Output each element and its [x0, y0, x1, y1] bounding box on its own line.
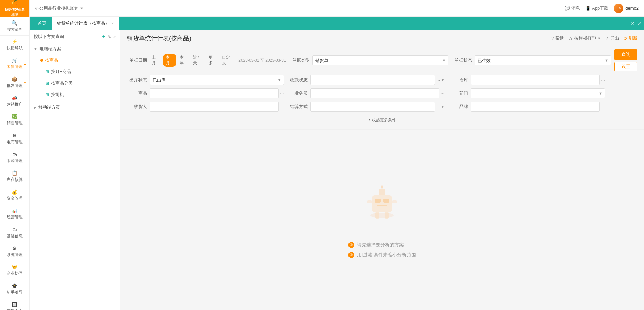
filter-area: 单据日期 上月 本月 本年 近7天 更多 自定义 2023-03-01 至 20… — [120, 45, 644, 130]
marketing-label: 营销推广 — [7, 102, 23, 107]
payment-arrow[interactable]: ▼ — [441, 105, 444, 109]
out-status-select[interactable]: 已出库 — [150, 75, 284, 85]
user-area[interactable]: Ea demo2 — [614, 4, 639, 13]
user-avatar: Ea — [614, 4, 623, 13]
sidebar-item-inventory[interactable]: 📋 库存核算 — [0, 167, 29, 186]
date-btn-last-month[interactable]: 上月 — [150, 54, 162, 67]
sidebar-item-wholesale[interactable]: 📦 批发管理 — [0, 73, 29, 92]
recv-status-arrow[interactable]: ▼ — [441, 78, 444, 82]
scheme-collapse-button[interactable]: « — [113, 34, 116, 39]
scheme-edit-button[interactable]: ✎ — [107, 34, 111, 39]
sidebar-item-newbie[interactable]: 🎓 新手引导 — [0, 280, 29, 299]
search-menu[interactable]: 🔍 搜索菜单 — [0, 17, 29, 36]
filter-row-1: 单据日期 上月 本月 本年 近7天 更多 自定义 2023-03-01 至 20… — [127, 49, 637, 71]
print-arrow: ▼ — [597, 36, 601, 40]
sidebar-item-ecommerce[interactable]: 🖥 电商管理 — [0, 130, 29, 148]
logo-subtitle: 标版 — [11, 13, 18, 17]
brand-input[interactable] — [471, 102, 600, 112]
page-title-bar: 销货单统计计表(按商品) ? 帮助 🖨 按模板打印 ▼ ↗ 导出 — [120, 30, 644, 45]
export-button[interactable]: ↗ 导出 — [605, 35, 619, 41]
svg-point-0 — [370, 213, 394, 218]
purchase-icon: 🛍 — [12, 152, 17, 157]
tree-item-by-goods-category-label: 按商品分类 — [51, 80, 73, 86]
tree-item-by-month-goods[interactable]: ⊞ 按月+商品 — [30, 66, 120, 78]
date-btn-7days[interactable]: 近7天 — [191, 54, 205, 67]
tab-report-close[interactable]: × — [111, 21, 114, 26]
sidebar-item-operations[interactable]: 📊 经营管理 — [0, 205, 29, 223]
brand-dots[interactable]: ··· — [601, 104, 605, 109]
retail-label: 零售管理 — [7, 64, 23, 70]
payment-label: 结算方式 — [287, 104, 308, 110]
sidebar-item-finance[interactable]: 💰 资金管理 — [0, 186, 29, 205]
sidebar-item-quick-nav[interactable]: ⚡ 快捷导航 — [0, 36, 29, 54]
app-download-button[interactable]: 📱 App下载 — [585, 5, 608, 11]
query-button[interactable]: 查询 — [614, 49, 637, 60]
sidebar-item-purchase[interactable]: 🛍 采购管理 — [0, 148, 29, 167]
tab-report[interactable]: 销货单统计计表（按商品） × — [52, 17, 119, 30]
brand-label: 品牌 — [448, 104, 468, 110]
date-btn-more[interactable]: 更多 — [207, 54, 219, 67]
svg-rect-2 — [375, 199, 381, 203]
filter-row-3: 商品 ··· 业务员 ··· 部门 — [127, 88, 637, 98]
topbar-dropdown-arrow[interactable]: ▼ — [80, 6, 84, 10]
tab-home[interactable]: 首页 — [32, 17, 52, 30]
sidebar-item-system[interactable]: ⚙ 系统管理 — [0, 242, 29, 261]
refresh-label: 刷新 — [629, 35, 637, 41]
main-area: 办公用品行业模拟账套 ▼ 💬 消息 📱 App下载 Ea demo2 首页 — [30, 0, 644, 310]
print-button[interactable]: 🖨 按模板打印 ▼ — [568, 35, 601, 41]
goods-input[interactable] — [150, 88, 279, 98]
print-label: 按模板打印 — [574, 35, 596, 41]
receiver-input[interactable] — [150, 102, 279, 112]
newbie-label: 新手引导 — [7, 290, 23, 295]
tree-item-by-goods[interactable]: 按商品 — [30, 55, 120, 66]
svg-rect-1 — [372, 195, 392, 212]
svg-rect-8 — [392, 200, 397, 203]
scheme-add-button[interactable]: + — [102, 34, 105, 40]
quick-nav-label: 快捷导航 — [7, 45, 23, 51]
salesperson-input[interactable] — [310, 88, 439, 98]
recv-status-dots[interactable]: ··· — [436, 77, 440, 83]
svg-rect-6 — [381, 185, 383, 189]
goods-label: 商品 — [127, 90, 147, 96]
sidebar-item-sales[interactable]: 💹 销售管理 — [0, 111, 29, 130]
sidebar-item-app-center[interactable]: 🔲 应用中心 — [0, 299, 29, 310]
warehouse-input[interactable] — [471, 75, 600, 85]
dept-select[interactable] — [471, 88, 605, 98]
tree-mobile-schemes[interactable]: ▶ 移动端方案 — [30, 102, 120, 113]
payment-input[interactable] — [310, 102, 435, 112]
sidebar-item-base[interactable]: 🗂 基础信息 — [0, 223, 29, 242]
doc-type-select[interactable]: 销货单 — [312, 55, 449, 65]
scheme-panel-header: 按以下方案查询 + ✎ « — [30, 30, 120, 43]
refresh-button[interactable]: ↺ 刷新 — [623, 35, 637, 41]
app-center-icon: 🔲 — [12, 302, 17, 307]
recv-status-input[interactable] — [310, 75, 435, 85]
goods-dots[interactable]: ··· — [280, 91, 284, 96]
tab-maximize-button[interactable]: ⤢ — [637, 21, 641, 26]
warehouse-dots[interactable]: ··· — [601, 77, 605, 83]
filter-row-4: 收货人 ··· 结算方式 ··· ▼ — [127, 102, 637, 112]
doc-status-select[interactable]: 已生效 — [475, 55, 611, 65]
tree-icon-goods-category: ⊞ — [46, 81, 49, 86]
tab-close-all-button[interactable]: ✕ — [631, 21, 635, 26]
purchase-label: 采购管理 — [7, 158, 23, 164]
sidebar-item-enterprise-collab[interactable]: 🤝 企业协同 — [0, 261, 29, 280]
receiver-dots[interactable]: ··· — [280, 104, 284, 109]
date-btn-custom[interactable]: 自定义 — [220, 54, 236, 67]
recv-status-label: 收款状态 — [287, 77, 308, 83]
avatar-text: Ea — [616, 6, 621, 10]
salesperson-dots[interactable]: ··· — [441, 91, 445, 96]
message-button[interactable]: 💬 消息 — [565, 5, 580, 11]
help-button[interactable]: ? 帮助 — [551, 35, 564, 41]
collapse-more-conditions[interactable]: ∧ 收起更多条件 — [127, 115, 637, 125]
sidebar-item-marketing[interactable]: 📣 营销推广 — [0, 92, 29, 111]
collapse-up-icon: ∧ — [368, 118, 371, 122]
date-btn-this-year[interactable]: 本年 — [178, 54, 190, 67]
sidebar: 🍊 畅捷信好生意 标版 🔍 搜索菜单 ⚡ 快捷导航 🛒 零售管理 📦 批发管理 … — [0, 0, 30, 310]
tree-item-by-driver[interactable]: ⊞ 按司机 — [30, 89, 120, 100]
sidebar-item-retail[interactable]: 🛒 零售管理 — [0, 54, 29, 73]
settings-button[interactable]: 设置 — [614, 62, 637, 71]
date-btn-this-month[interactable]: 本月 — [163, 54, 176, 67]
tree-pc-schemes[interactable]: ▼ 电脑端方案 — [30, 43, 120, 55]
tree-item-by-goods-category[interactable]: ⊞ 按商品分类 — [30, 78, 120, 89]
payment-dots[interactable]: ··· — [436, 104, 440, 109]
